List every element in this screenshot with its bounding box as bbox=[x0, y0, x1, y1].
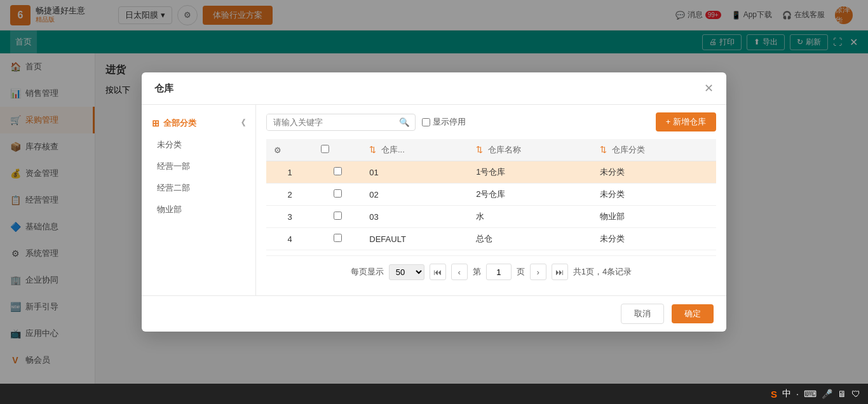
modal-close-button[interactable]: ✕ bbox=[704, 81, 714, 95]
cat-item-property[interactable]: 物业部 bbox=[142, 199, 255, 220]
confirm-button[interactable]: 确定 bbox=[672, 304, 714, 323]
row-name: 水 bbox=[468, 206, 592, 228]
row-checkbox-cell bbox=[313, 161, 362, 184]
collapse-icon[interactable]: 《 bbox=[237, 118, 245, 129]
row-code: 02 bbox=[362, 184, 468, 206]
row-code: DEFAULT bbox=[362, 228, 468, 250]
table-row[interactable]: 4 DEFAULT 总仓 未分类 bbox=[266, 228, 716, 250]
page-prefix-label: 第 bbox=[473, 266, 481, 278]
dot-icon: · bbox=[796, 389, 799, 399]
cancel-button[interactable]: 取消 bbox=[621, 304, 664, 324]
add-warehouse-button[interactable]: + 新增仓库 bbox=[656, 112, 716, 131]
cat-item-ops1[interactable]: 经营一部 bbox=[142, 156, 255, 177]
modal-header: 仓库 ✕ bbox=[142, 72, 726, 105]
col-checkbox bbox=[313, 139, 362, 161]
row-checkbox-cell bbox=[313, 228, 362, 250]
table-area: 🔍 显示停用 + 新增仓库 ⚙ bbox=[256, 105, 726, 295]
modal-body: ⊞ 全部分类 《 未分类 经营一部 经营二部 物业部 bbox=[142, 105, 726, 295]
page-last-button[interactable]: ⏭ bbox=[552, 264, 568, 280]
search-button[interactable]: 🔍 bbox=[394, 114, 415, 130]
col-settings: ⚙ bbox=[266, 139, 313, 161]
modal-overlay[interactable]: 仓库 ✕ ⊞ 全部分类 《 未分类 经营一部 经营二部 bbox=[0, 0, 868, 404]
sort-code-icon: ⇅ bbox=[369, 145, 376, 154]
modal-title: 仓库 bbox=[154, 83, 173, 95]
page-next-button[interactable]: › bbox=[530, 264, 546, 280]
category-header[interactable]: ⊞ 全部分类 《 bbox=[142, 112, 255, 134]
cat-item-unclassified[interactable]: 未分类 bbox=[142, 134, 255, 156]
warehouse-table: ⚙ ⇅ 仓库... ⇅ 仓库名称 bbox=[266, 139, 716, 250]
page-total-info: 共1页，4条记录 bbox=[573, 266, 632, 278]
show-disabled-label[interactable]: 显示停用 bbox=[422, 116, 466, 128]
table-row[interactable]: 3 03 水 物业部 bbox=[266, 206, 716, 228]
row-code: 03 bbox=[362, 206, 468, 228]
col-category: ⇅ 仓库分类 bbox=[592, 139, 716, 161]
table-header-row: ⚙ ⇅ 仓库... ⇅ 仓库名称 bbox=[266, 139, 716, 161]
page-prev-button[interactable]: ‹ bbox=[451, 264, 468, 280]
sort-name-icon: ⇅ bbox=[476, 145, 483, 154]
s-logo: S bbox=[771, 389, 777, 400]
row-num: 4 bbox=[266, 228, 313, 250]
sort-cat-icon: ⇅ bbox=[600, 145, 607, 154]
row-name: 2号仓库 bbox=[468, 184, 592, 206]
table-toolbar: 🔍 显示停用 + 新增仓库 bbox=[266, 112, 716, 131]
row-category: 未分类 bbox=[592, 161, 716, 184]
row-checkbox-cell bbox=[313, 206, 362, 228]
row-checkbox-cell bbox=[313, 184, 362, 206]
shield-icon: 🛡 bbox=[851, 389, 860, 399]
table-row[interactable]: 1 01 1号仓库 未分类 bbox=[266, 161, 716, 184]
row-checkbox[interactable] bbox=[334, 212, 342, 220]
keyboard-icon: ⌨ bbox=[804, 389, 817, 399]
col-name: ⇅ 仓库名称 bbox=[468, 139, 592, 161]
monitor-icon: 🖥 bbox=[837, 389, 846, 399]
search-wrap: 🔍 bbox=[266, 114, 416, 131]
col-settings-icon: ⚙ bbox=[274, 145, 281, 155]
col-code: ⇅ 仓库... bbox=[362, 139, 468, 161]
per-page-label: 每页显示 bbox=[351, 266, 384, 278]
modal-footer: 取消 确定 bbox=[142, 295, 726, 332]
row-category: 物业部 bbox=[592, 206, 716, 228]
row-name: 总仓 bbox=[468, 228, 592, 250]
row-name: 1号仓库 bbox=[468, 161, 592, 184]
search-input[interactable] bbox=[267, 114, 394, 130]
row-category: 未分类 bbox=[592, 184, 716, 206]
zhong-icon: 中 bbox=[782, 388, 791, 400]
row-code: 01 bbox=[362, 161, 468, 184]
page-number-input[interactable] bbox=[486, 264, 512, 280]
category-all-label: 全部分类 bbox=[163, 118, 196, 129]
row-checkbox[interactable] bbox=[334, 167, 342, 175]
per-page-select[interactable]: 50 20 100 bbox=[389, 264, 424, 280]
mic-icon: 🎤 bbox=[822, 389, 832, 399]
row-num: 2 bbox=[266, 184, 313, 206]
show-disabled-checkbox[interactable] bbox=[422, 118, 430, 126]
warehouse-modal: 仓库 ✕ ⊞ 全部分类 《 未分类 经营一部 经营二部 bbox=[142, 72, 726, 332]
row-num: 1 bbox=[266, 161, 313, 184]
row-checkbox[interactable] bbox=[334, 189, 342, 198]
pagination: 每页显示 50 20 100 ⏮ ‹ 第 页 › ⏭ 共1页，4条记录 bbox=[266, 255, 716, 288]
page-suffix-label: 页 bbox=[517, 266, 525, 278]
cat-item-ops2[interactable]: 经营二部 bbox=[142, 177, 255, 199]
row-num: 3 bbox=[266, 206, 313, 228]
select-all-checkbox[interactable] bbox=[321, 145, 329, 153]
row-category: 未分类 bbox=[592, 228, 716, 250]
row-checkbox[interactable] bbox=[334, 234, 342, 242]
page-first-button[interactable]: ⏮ bbox=[430, 264, 446, 280]
search-icon: 🔍 bbox=[399, 118, 410, 127]
grid-icon: ⊞ bbox=[152, 118, 159, 128]
status-bar: S 中 · ⌨ 🎤 🖥 🛡 bbox=[0, 384, 868, 404]
table-row[interactable]: 2 02 2号仓库 未分类 bbox=[266, 184, 716, 206]
category-sidebar: ⊞ 全部分类 《 未分类 经营一部 经营二部 物业部 bbox=[142, 105, 256, 295]
